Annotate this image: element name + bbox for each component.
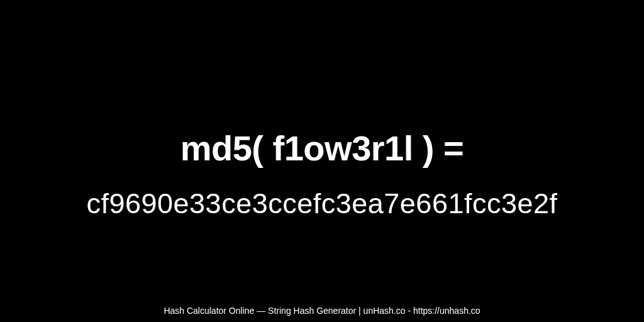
main-content: md5( f1ow3r1l ) = cf9690e33ce3ccefc3ea7e… [86,0,557,322]
hash-result: cf9690e33ce3ccefc3ea7e661fcc3e2f [86,187,557,220]
hash-expression: md5( f1ow3r1l ) = [180,128,464,169]
footer-text: Hash Calculator Online — String Hash Gen… [0,306,644,316]
